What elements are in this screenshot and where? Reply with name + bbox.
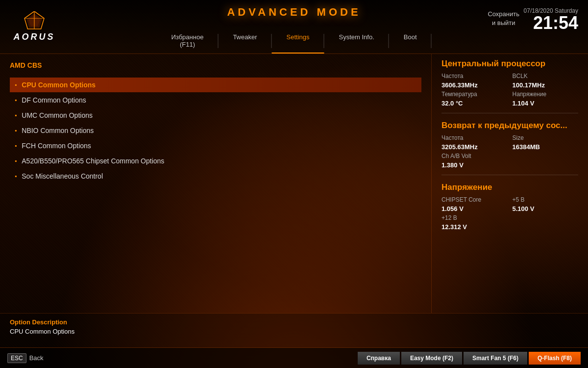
easy-mode-button[interactable]: Easy Mode (F2) [401, 352, 462, 365]
nav-tabs: Избранное (F11) Tweaker Settings System … [156, 29, 431, 53]
plus12v-empty [513, 214, 579, 221]
bottom-bar: ESC Back Справка Easy Mode (F2) Smart Fa… [0, 347, 588, 368]
right-panel: Центральный процессор Частота BCLK 3606.… [431, 54, 588, 313]
mem-empty [513, 161, 579, 169]
cpu-temp-label: Температура [441, 91, 508, 98]
mem-size-value: 16384MB [513, 143, 579, 151]
cpu-freq-label: Частота [441, 73, 508, 79]
memory-info-grid: Частота Size 3205.63MHz 16384MB Ch A/B V… [441, 134, 578, 169]
tab-favorites[interactable]: Избранное (F11) [156, 29, 218, 53]
chipset-core-value: 1.056 V [441, 205, 508, 212]
left-panel: AMD CBS CPU Common Options DF Common Opt… [0, 54, 431, 313]
q-flash-button[interactable]: Q-Flash (F8) [529, 352, 581, 365]
aorus-logo-icon [22, 11, 47, 31]
voltage-info-section: Напряжение CHIPSET Core +5 В 1.056 V 5.1… [441, 183, 578, 237]
bottom-description: Option Description CPU Common Options [0, 313, 588, 347]
cpu-temp-value: 32.0 °C [441, 100, 508, 107]
cpu-bclk-label: BCLK [513, 73, 579, 79]
logo-text: AORUS [13, 32, 55, 42]
description-label: Option Description [10, 318, 578, 326]
memory-section-title: Возврат к предыдущему сос... [441, 121, 578, 131]
esc-back-area: ESC Back [7, 353, 44, 363]
plus5v-value: 5.100 V [513, 205, 579, 212]
mem-size-label: Size [513, 134, 579, 141]
top-bar: AORUS ADVANCED MODE Избранное (F11) Twea… [0, 0, 588, 54]
tab-tweaker[interactable]: Tweaker [218, 29, 271, 53]
voltage-info-grid: CHIPSET Core +5 В 1.056 V 5.100 V +12 В … [441, 196, 578, 231]
chipset-core-label: CHIPSET Core [441, 196, 508, 203]
справка-button[interactable]: Справка [358, 352, 400, 365]
cpu-bclk-value: 100.17MHz [513, 81, 579, 89]
voltage-section-title: Напряжение [441, 183, 578, 192]
menu-list: CPU Common Options DF Common Options UMC… [10, 78, 421, 308]
menu-item-soc-misc[interactable]: Soc Miscellaneous Control [10, 169, 421, 184]
datetime: 07/18/2020 Saturday 21:54 [524, 7, 578, 32]
tab-system-info[interactable]: System Info. [324, 29, 389, 53]
plus5v-label: +5 В [513, 196, 579, 203]
mem-chvolt-label: Ch A/B Volt [441, 153, 508, 159]
main-content: AMD CBS CPU Common Options DF Common Opt… [0, 54, 588, 313]
menu-item-umc-common[interactable]: UMC Common Options [10, 108, 421, 123]
volt-empty [513, 223, 579, 231]
cpu-info-grid: Частота BCLK 3606.33MHz 100.17MHz Темпер… [441, 73, 578, 107]
description-text: CPU Common Options [10, 328, 578, 335]
esc-key[interactable]: ESC [7, 353, 26, 363]
tab-settings[interactable]: Settings [272, 29, 324, 53]
menu-item-nbio-common[interactable]: NBIO Common Options [10, 123, 421, 138]
cpu-voltage-value: 1.104 V [513, 100, 579, 107]
bottom-buttons: Справка Easy Mode (F2) Smart Fan 5 (F6) … [358, 352, 581, 365]
cpu-voltage-label: Напряжение [513, 91, 579, 98]
menu-item-cpu-common[interactable]: CPU Common Options [10, 78, 421, 92]
cpu-info-section: Центральный процессор Частота BCLK 3606.… [441, 59, 578, 113]
menu-item-a520-chipset[interactable]: A520/B550/PRO565 Chipset Common Options [10, 154, 421, 168]
tab-boot[interactable]: Boot [389, 29, 432, 53]
mem-chvolt-value: 1.380 V [441, 161, 508, 169]
cpu-section-title: Центральный процессор [441, 59, 578, 69]
page-title: ADVANCED MODE [227, 6, 361, 19]
mem-freq-label: Частота [441, 134, 508, 141]
memory-info-section: Возврат к предыдущему сос... Частота Siz… [441, 121, 578, 175]
logo-area: AORUS [10, 11, 59, 42]
time-display: 21:54 [524, 14, 578, 32]
mem-freq-value: 3205.63MHz [441, 143, 508, 151]
cpu-freq-value: 3606.33MHz [441, 81, 508, 89]
save-exit-button[interactable]: Сохранитьи выйти [488, 10, 519, 27]
back-label: Back [29, 354, 44, 362]
menu-item-df-common[interactable]: DF Common Options [10, 93, 421, 107]
breadcrumb: AMD CBS [10, 59, 421, 72]
plus12v-value: 12.312 V [441, 223, 508, 231]
plus12v-label: +12 В [441, 214, 508, 221]
smart-fan-button[interactable]: Smart Fan 5 (F6) [464, 352, 527, 365]
title-center: ADVANCED MODE [227, 6, 361, 19]
mem-chvolt-empty [513, 153, 579, 159]
menu-item-fch-common[interactable]: FCH Common Options [10, 138, 421, 153]
